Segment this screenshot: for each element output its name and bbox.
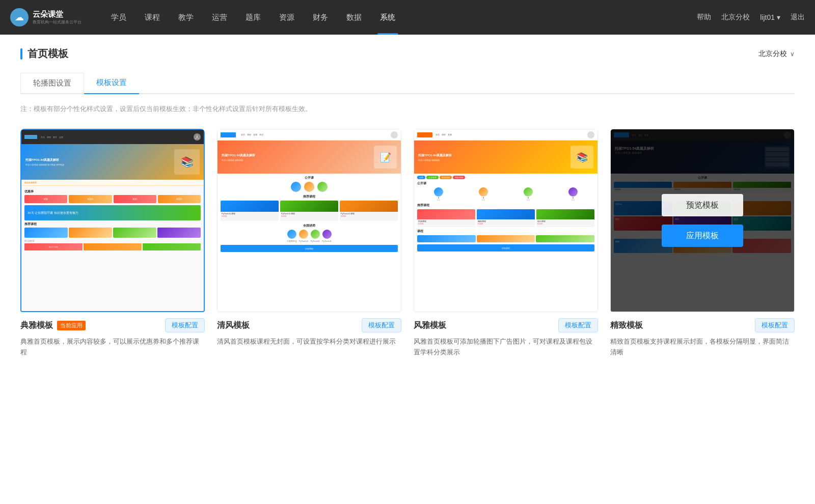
nav-item-data[interactable]: 数据 [337, 0, 371, 35]
page-header: 首页模板 北京分校 ∨ [20, 47, 795, 61]
branch-link[interactable]: 北京分校 [721, 13, 750, 22]
config-button-dianoya[interactable]: 模板配置 [165, 318, 205, 332]
logout-link[interactable]: 退出 [791, 13, 805, 22]
template-card-qingfeng: 首页课程直播考试 托福TPO1-54真题及解析 学员 口语笔迹 成绩成就 📝 [217, 129, 401, 362]
template-card-dianoya: 学员 课程 教学 运营 人 [20, 129, 205, 362]
logo-text: 云朵课堂 教育机构一站式服务云平台 [33, 10, 82, 25]
template-card-jingzhi: 首页 课程 直播 托福TPO1-54真题及解析 学员 口语笔迹 成绩成就 [610, 129, 795, 362]
note-text: 注：模板有部分个性化样式设置，设置后仅当前模板生效；非个性化样式设置后针对所有模… [20, 104, 795, 114]
nav-item-course[interactable]: 课程 [135, 0, 169, 35]
nav-menu: 学员 课程 教学 运营 题库 资源 财务 数据 系统 [102, 0, 697, 35]
page-title-wrap: 首页模板 [20, 47, 68, 61]
template-preview-qingfeng: 首页课程直播考试 托福TPO1-54真题及解析 学员 口语笔迹 成绩成就 📝 [217, 129, 401, 312]
template-footer-qingfeng: 清风模板 模板配置 清风首页模板课程无封面，可设置按学科分类对课程进行展示 [217, 312, 401, 351]
nav-item-quiz[interactable]: 题库 [236, 0, 270, 35]
config-button-fengya[interactable]: 模板配置 [558, 318, 598, 332]
config-button-jingzhi[interactable]: 模板配置 [755, 318, 795, 332]
page-content: 首页模板 北京分校 ∨ 轮播图设置 模板设置 注：模板有部分个性化样式设置，设置… [0, 35, 815, 504]
nav-item-resource[interactable]: 资源 [270, 0, 304, 35]
template-preview-dianoya: 学员 课程 教学 运营 人 [20, 129, 205, 312]
help-link[interactable]: 帮助 [697, 13, 711, 22]
branch-selector[interactable]: 北京分校 ∨ [758, 49, 795, 59]
nav-item-operation[interactable]: 运营 [203, 0, 236, 35]
logo-icon: ☁ [10, 8, 29, 26]
template-preview-jingzhi: 首页 课程 直播 托福TPO1-54真题及解析 学员 口语笔迹 成绩成就 [610, 129, 795, 312]
page-title: 首页模板 [28, 47, 68, 61]
template-card-fengya: 首页 课程 直播 托福TPO1-54真题及解析 学员 口语笔迹 成绩成就 📚 [414, 129, 598, 362]
logo[interactable]: ☁ 云朵课堂 教育机构一站式服务云平台 [10, 8, 82, 26]
template-footer-fengya: 风雅模板 模板配置 风雅首页模板可添加轮播图下广告图片，可对课程及课程包设置学科… [414, 312, 598, 362]
nav-item-teaching[interactable]: 教学 [169, 0, 203, 35]
preview-template-button[interactable]: 预览模板 [662, 194, 743, 216]
template-footer-jingzhi: 精致模板 模板配置 精致首页模板支持课程展示封面，各模板分隔明显，界面简洁清晰 [610, 312, 795, 362]
tab-template[interactable]: 模板设置 [84, 73, 139, 94]
user-menu[interactable]: lijt01 ▾ [760, 13, 780, 21]
chevron-down-icon: ∨ [790, 50, 795, 58]
apply-template-button[interactable]: 应用模板 [662, 225, 743, 247]
navbar-right: 帮助 北京分校 lijt01 ▾ 退出 [697, 13, 805, 22]
tabs: 轮播图设置 模板设置 [20, 73, 795, 94]
template-footer-dianoya: 典雅模板 当前应用 模板配置 典雅首页模板，展示内容较多，可以展示优惠券和多个推… [20, 312, 205, 362]
template-preview-fengya: 首页 课程 直播 托福TPO1-54真题及解析 学员 口语笔迹 成绩成就 📚 [414, 129, 598, 312]
nav-item-student[interactable]: 学员 [102, 0, 135, 35]
navbar: ☁ 云朵课堂 教育机构一站式服务云平台 学员 课程 教学 运营 题库 资源 财务… [0, 0, 815, 35]
nav-item-system[interactable]: 系统 [371, 0, 404, 35]
template-overlay-jingzhi: 预览模板 应用模板 [611, 129, 794, 312]
chevron-down-icon: ▾ [777, 13, 780, 21]
config-button-qingfeng[interactable]: 模板配置 [362, 318, 401, 332]
page-title-bar [20, 48, 22, 60]
tab-carousel[interactable]: 轮播图设置 [20, 73, 84, 94]
nav-item-finance[interactable]: 财务 [304, 0, 337, 35]
template-grid: 学员 课程 教学 运营 人 [20, 129, 795, 362]
